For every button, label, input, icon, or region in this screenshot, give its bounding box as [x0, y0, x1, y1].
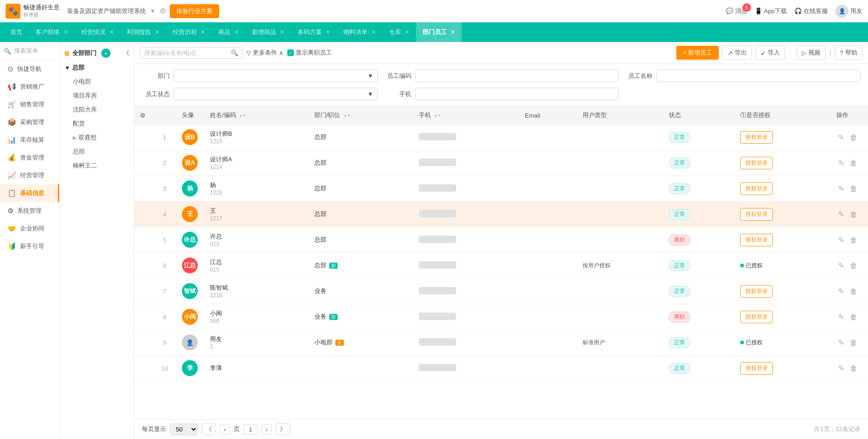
delete-button[interactable]: 🗑 — [848, 261, 859, 271]
add-employee-button[interactable]: + 新增员工 — [676, 46, 719, 60]
user-area[interactable]: 👤 用友 — [835, 5, 862, 18]
settings-icon[interactable]: ⚙ — [140, 112, 146, 119]
dept-node-root[interactable]: ▼ 总部 — [60, 61, 134, 75]
tab-employees[interactable]: 部门员工✕ — [416, 22, 462, 42]
tab-home[interactable]: 首页 — [4, 22, 29, 42]
dept-node-shuanglu[interactable]: ▶ 双鹿想 — [60, 131, 134, 145]
close-icon[interactable]: ✕ — [109, 29, 114, 35]
auth-login-button[interactable]: 授权登录 — [740, 182, 773, 195]
auth-login-button[interactable]: 授权登录 — [740, 311, 773, 323]
auth-login-button[interactable]: 授权登录 — [740, 362, 773, 375]
sidebar-item-purchase[interactable]: 📦 采购管理 — [0, 113, 59, 131]
close-icon[interactable]: ✕ — [234, 29, 239, 35]
dept-node-nanshu[interactable]: 楠树王二 — [60, 159, 134, 173]
dept-node-project[interactable]: 项目库房 — [60, 89, 134, 103]
close-icon[interactable]: ✕ — [326, 29, 330, 35]
sidebar-item-system[interactable]: ⚙ 系统管理 — [0, 202, 59, 220]
close-icon[interactable]: ✕ — [280, 29, 285, 35]
dept-node-shenyang[interactable]: 沈阳大库 — [60, 103, 134, 117]
tab-warehouse[interactable]: 仓库✕ — [382, 22, 416, 42]
delete-button[interactable]: 🗑 — [848, 235, 859, 245]
delete-button[interactable]: 🗑 — [848, 286, 859, 297]
tab-new-goods[interactable]: 新增商品✕ — [245, 22, 291, 42]
more-filter-button[interactable]: ▽ 更多条件 ∧ — [246, 49, 284, 57]
gear-icon[interactable]: ⚙ — [160, 7, 166, 15]
delete-button[interactable]: 🗑 — [848, 158, 859, 168]
dept-node-xiaodibu[interactable]: 小电部 — [60, 75, 134, 89]
export-button[interactable]: ↗ 导出 — [722, 46, 752, 60]
delete-button[interactable]: 🗑 — [848, 209, 859, 220]
close-icon[interactable]: ✕ — [201, 29, 205, 35]
emp-status-select[interactable]: ▼ — [174, 88, 378, 100]
tab-profit[interactable]: 利润报告✕ — [120, 22, 166, 42]
sidebar-item-finance[interactable]: 💰 资金管理 — [0, 149, 59, 167]
sidebar-item-quick-nav[interactable]: ⊙ 快捷导航 — [0, 60, 59, 78]
auth-login-button[interactable]: 授权登录 — [740, 208, 773, 221]
sort-icon[interactable]: ▲▼ — [343, 114, 351, 118]
edit-button[interactable]: ✎ — [836, 260, 846, 271]
first-page-button[interactable]: 《 — [201, 423, 216, 435]
sidebar-item-marketing[interactable]: 📢 营销推广 — [0, 78, 59, 96]
edit-button[interactable]: ✎ — [836, 286, 846, 297]
tab-history[interactable]: 经营历程✕ — [166, 22, 212, 42]
collapse-icon[interactable]: 《 — [123, 49, 129, 57]
delete-button[interactable]: 🗑 — [848, 184, 859, 194]
auth-login-button[interactable]: 授权登录 — [740, 285, 773, 298]
service-item[interactable]: 🎧 在线客服 — [794, 7, 828, 15]
next-page-button[interactable]: › — [261, 424, 271, 435]
dropdown-arrow-icon[interactable]: ▼ — [150, 7, 156, 14]
edit-button[interactable]: ✎ — [836, 312, 846, 322]
close-icon[interactable]: ✕ — [371, 29, 376, 35]
tab-bom[interactable]: 物料清单✕ — [337, 22, 382, 42]
tab-customer[interactable]: 客户联络✕ — [29, 22, 75, 42]
sidebar-item-collab[interactable]: 🤝 企业协同 — [0, 220, 59, 237]
app-download-item[interactable]: 📱 App下载 — [755, 7, 787, 15]
prev-page-button[interactable]: ‹ — [220, 424, 230, 435]
video-button[interactable]: ▷ 视频 — [797, 46, 826, 60]
search-box[interactable]: 🔍 — [140, 47, 243, 59]
message-item[interactable]: 💬 消息 5 — [726, 7, 747, 15]
edit-button[interactable]: ✎ — [836, 337, 846, 348]
edit-button[interactable]: ✎ — [836, 235, 846, 245]
close-icon[interactable]: ✕ — [405, 29, 410, 35]
help-icon[interactable]: | — [829, 49, 831, 56]
add-dept-icon[interactable]: + — [101, 49, 111, 58]
delete-button[interactable]: 🗑 — [848, 312, 859, 322]
delete-button[interactable]: 🗑 — [848, 338, 859, 348]
show-resigned-checkbox[interactable]: ✓ 显示离职员工 — [287, 49, 332, 57]
page-size-select[interactable]: 50 100 — [170, 424, 198, 435]
sort-icon[interactable]: ▲▼ — [239, 114, 246, 118]
close-icon[interactable]: ✕ — [63, 29, 68, 35]
delete-button[interactable]: 🗑 — [848, 132, 859, 143]
auth-login-button[interactable]: 授权登录 — [740, 157, 773, 169]
import-button[interactable]: ↙ 导入 — [756, 46, 785, 60]
edit-button[interactable]: ✎ — [836, 209, 846, 220]
sidebar-search[interactable]: 🔍 搜索菜单 — [0, 42, 59, 60]
last-page-button[interactable]: 》 — [276, 423, 290, 435]
dept-node-peihuo[interactable]: 配货 — [60, 117, 134, 131]
delete-button[interactable]: 🗑 — [848, 363, 859, 374]
dept-select[interactable]: ▼ — [174, 70, 378, 82]
dept-node-zongbu[interactable]: 总部 — [60, 145, 134, 159]
sidebar-item-inventory[interactable]: 📊 库存核算 — [0, 131, 59, 149]
emp-code-input[interactable] — [415, 70, 619, 82]
tab-goods[interactable]: 商品✕ — [212, 22, 245, 42]
sidebar-item-sales[interactable]: 🛒 销售管理 — [0, 96, 59, 113]
sort-icon[interactable]: ▲▼ — [434, 114, 441, 118]
search-input[interactable] — [144, 49, 228, 56]
edit-button[interactable]: ✎ — [836, 363, 846, 374]
auth-login-button[interactable]: 授权登录 — [740, 131, 773, 144]
tab-barcode[interactable]: 条码方案✕ — [291, 22, 337, 42]
trial-button[interactable]: 体验行业方案 — [170, 4, 219, 18]
tab-operation[interactable]: 经营情况✕ — [75, 22, 120, 42]
close-icon[interactable]: ✕ — [451, 29, 455, 35]
edit-button[interactable]: ✎ — [836, 132, 846, 143]
edit-button[interactable]: ✎ — [836, 183, 846, 194]
sidebar-item-guide[interactable]: 🔰 新手引导 — [0, 237, 59, 255]
emp-name-input[interactable] — [656, 70, 861, 82]
edit-button[interactable]: ✎ — [836, 158, 846, 168]
sidebar-item-basic[interactable]: 📋 基础信息 — [0, 184, 59, 202]
auth-login-button[interactable]: 授权登录 — [740, 234, 773, 246]
close-icon[interactable]: ✕ — [155, 29, 160, 35]
phone-input[interactable] — [415, 88, 619, 100]
